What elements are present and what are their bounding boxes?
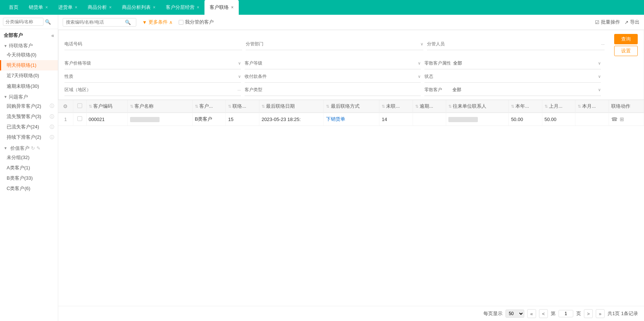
sidebar-item-7days[interactable]: 近7天待联络(0)	[0, 70, 58, 81]
col-last-contact-date[interactable]: 最后联络日期	[259, 100, 324, 113]
all-customers-title: 全部客户 «	[0, 29, 58, 40]
toolbar-search-input[interactable]	[66, 20, 125, 25]
filter-dept: 分管部门 ∨	[246, 40, 423, 50]
toolbar-right: ☑ 批量操作 ↗ 导出	[595, 19, 640, 25]
export-button[interactable]: ↗ 导出	[624, 19, 640, 25]
toolbar-search-icon[interactable]: 🔍	[125, 20, 131, 25]
nature-dropdown-icon[interactable]: ∨	[238, 74, 241, 79]
person-more-icon[interactable]: ···	[601, 42, 605, 46]
group-pending-contact[interactable]: 待联络客户	[0, 40, 58, 50]
action-grid-icon[interactable]: ⊞	[620, 116, 624, 122]
nav-purchase[interactable]: 进货单 ×	[53, 0, 83, 15]
row-contact-count: 15	[226, 113, 259, 126]
next-page-button[interactable]: >	[584, 309, 593, 318]
filter-row-4: 区域（地区） ··· 客户类型 零散客户 全部 ∨	[64, 86, 638, 96]
group-problem-customers[interactable]: 问题客户	[0, 92, 58, 101]
col-overdue[interactable]: 逾期...	[413, 100, 446, 113]
close-customer-contact-icon[interactable]: ×	[231, 5, 234, 10]
filter-price-grade-label: 客户价格等级	[64, 60, 91, 66]
sidebar-item-overdue[interactable]: 逾期未联络(30)	[0, 81, 58, 92]
nav-customer-segmentation[interactable]: 客户分层经营 ×	[161, 0, 204, 15]
last-page-button[interactable]: »	[596, 309, 605, 318]
retail-attr-dropdown-icon[interactable]: ∨	[598, 61, 601, 66]
filter-retail-customer-value: 全部	[452, 87, 596, 93]
row-company-contact	[446, 113, 509, 126]
my-customers-checkbox[interactable]: 我分管的客户	[179, 19, 214, 25]
col-customer-type[interactable]: 客户...	[192, 100, 226, 113]
sidebar-item-class-c[interactable]: C类客户(6)	[0, 183, 58, 194]
toolbar-search-box: 🔍	[63, 18, 136, 27]
edit-icon[interactable]: ✎	[36, 145, 41, 151]
nav-product-analysis[interactable]: 商品分析 ×	[83, 0, 117, 15]
filter-row-1: 电话号码 分管部门 ∨ 分管人员 ··· 查询 设置	[64, 34, 638, 56]
sidebar-item-declining[interactable]: 持续下滑客户(2) ⓘ	[0, 132, 58, 142]
per-page-select[interactable]: 50 10 20 100	[505, 310, 524, 318]
close-sales-icon[interactable]: ×	[45, 5, 48, 10]
page-number-input[interactable]	[559, 310, 573, 317]
query-button[interactable]: 查询	[614, 34, 638, 44]
first-page-button[interactable]: «	[527, 309, 536, 318]
collapse-icon[interactable]: «	[51, 32, 54, 38]
prev-page-button[interactable]: <	[539, 309, 548, 318]
nav-customer-contact[interactable]: 客户联络 ×	[204, 0, 239, 15]
sidebar-item-class-a[interactable]: A类客户(1)	[0, 163, 58, 173]
retail-customer-dropdown-icon[interactable]: ∨	[598, 87, 601, 92]
sidebar-item-churned[interactable]: 已流失客户(24) ⓘ	[0, 122, 58, 132]
col-unlisted[interactable]: 未联...	[379, 100, 413, 113]
sidebar-item-today[interactable]: 今天待联络(0)	[0, 50, 58, 60]
filter-phone: 电话号码	[64, 40, 242, 50]
page-label: 第	[551, 310, 556, 317]
filter-retail-customer: 零散客户 全部 ∨	[424, 86, 601, 96]
col-company-contact[interactable]: 往来单位联系人	[446, 100, 509, 113]
col-this-year[interactable]: 本年...	[509, 100, 542, 113]
nav-sales[interactable]: 销货单 ×	[24, 0, 53, 15]
sidebar-item-ungrouped[interactable]: 未分组(32)	[0, 152, 58, 163]
filter-payment-label: 收付款条件	[245, 73, 270, 80]
price-grade-dropdown-icon[interactable]: ∨	[238, 61, 241, 66]
sidebar-search-icon[interactable]: 🔍	[45, 19, 51, 25]
company-contact-masked	[448, 117, 478, 122]
table-settings-icon[interactable]: ⚙	[63, 103, 68, 109]
refresh-icon[interactable]: ↻	[31, 145, 35, 151]
sidebar-item-churn-warning[interactable]: 流失预警客户(3) ⓘ	[0, 111, 58, 122]
action-icons-container: ☎ ⊞	[611, 116, 641, 122]
select-all-checkbox[interactable]	[77, 103, 82, 108]
dept-dropdown-icon[interactable]: ∨	[420, 42, 423, 46]
sidebar-item-repurchase-anomaly[interactable]: 回购异常客户(2) ⓘ	[0, 101, 58, 111]
close-product-analysis-icon[interactable]: ×	[109, 5, 112, 10]
col-contact-count[interactable]: 联络...	[226, 100, 259, 113]
filter-customer-grade-label: 客户等级	[245, 60, 270, 66]
nav-home[interactable]: 首页	[4, 0, 24, 15]
last-contact-method-link[interactable]: 下销货单	[326, 116, 345, 122]
nav-product-analysis-list[interactable]: 商品分析列表 ×	[117, 0, 161, 15]
action-phone-icon[interactable]: ☎	[611, 116, 617, 122]
sidebar-item-tomorrow[interactable]: 明天待联络(1)	[0, 60, 58, 70]
row-customer-name	[128, 113, 193, 126]
sidebar: 🔍 全部客户 « 待联络客户 今天待联络(0) 明天待联络(1) 近7天待联络(…	[0, 15, 58, 321]
col-customer-name[interactable]: 客户名称	[128, 100, 193, 113]
region-more-icon[interactable]: ···	[238, 88, 241, 92]
filter-customer-type: 客户类型	[245, 86, 421, 96]
filter-phone-label: 电话号码	[64, 41, 90, 47]
payment-dropdown-icon[interactable]: ∨	[418, 74, 421, 79]
group-value-customers[interactable]: 价值客户 ↻ ✎	[0, 143, 58, 152]
col-this-month[interactable]: 本月...	[575, 100, 609, 113]
customer-grade-dropdown-icon[interactable]: ∨	[418, 61, 421, 66]
col-customer-code[interactable]: 客户编码	[86, 100, 128, 113]
status-dropdown-icon[interactable]: ∨	[598, 74, 601, 79]
filter-payment: 收付款条件 ∨	[245, 72, 421, 83]
col-last-contact-method[interactable]: 最后联络方式	[324, 100, 379, 113]
close-customer-segmentation-icon[interactable]: ×	[197, 5, 199, 10]
close-product-analysis-list-icon[interactable]: ×	[153, 5, 155, 10]
sidebar-search-input[interactable]	[3, 18, 43, 26]
row-select-checkbox[interactable]	[77, 116, 82, 121]
row-this-month	[575, 113, 609, 126]
reset-button[interactable]: 设置	[614, 46, 638, 56]
batch-op-button[interactable]: ☑ 批量操作	[595, 19, 620, 25]
toolbar: 🔍 ▼ 更多条件 ∧ 我分管的客户 ☑ 批量操作 ↗ 导出	[58, 15, 644, 30]
sidebar-item-class-b[interactable]: B类客户(33)	[0, 173, 58, 183]
close-purchase-icon[interactable]: ×	[75, 5, 77, 10]
info-icon-0: ⓘ	[50, 103, 54, 109]
more-filter-button[interactable]: ▼ 更多条件 ∧	[140, 18, 175, 27]
col-last-month[interactable]: 上月...	[542, 100, 575, 113]
